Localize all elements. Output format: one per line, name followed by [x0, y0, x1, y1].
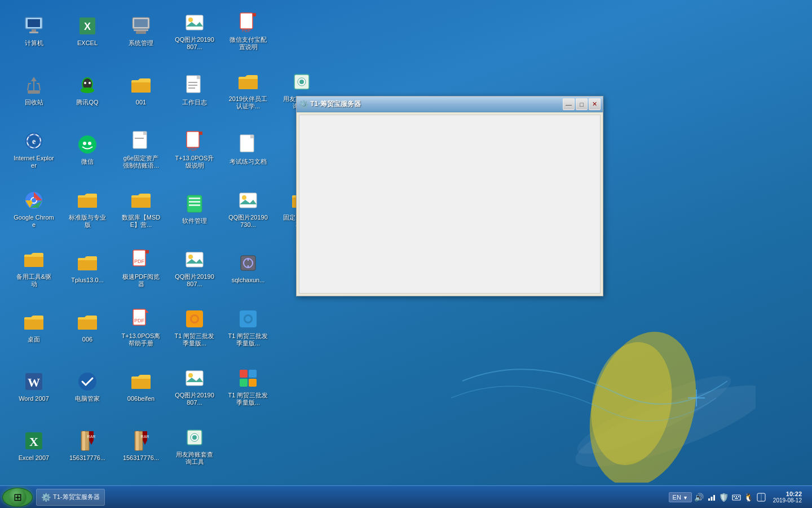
desktop-icon-excel2007[interactable]: X Excel 2007 [11, 421, 56, 471]
desktop-icon-label: QQ图片20190807... [174, 273, 215, 288]
svg-rect-55 [250, 135, 254, 138]
desktop-icon-partnercert[interactable]: 2019伙伴员工认证学... [226, 65, 271, 116]
desktop-icon-qqimg2[interactable]: QQ图片20190730... [226, 183, 271, 234]
settings-icon [130, 15, 152, 37]
taskbar-item-t1[interactable]: ⚙️ T1-筹贸宝服务器 [36, 489, 105, 506]
desktop-icon-examdoc[interactable]: 考试练习文档 [226, 124, 271, 175]
desktop-icon-label: QQ图片20190807... [174, 36, 215, 51]
desktop-icon-winrar2[interactable]: RAR 156317776... [118, 421, 164, 471]
desktop-icon-pdfcompressor[interactable]: PDF 极速PDF阅览器 [118, 243, 164, 294]
desktop-icon-tplus130[interactable]: Tplus13.0... [65, 243, 110, 294]
desktop-icon-computer[interactable]: 计算机 [11, 6, 56, 56]
svg-rect-49 [187, 132, 199, 147]
svg-rect-111 [736, 496, 737, 497]
tray-icon-keyboard[interactable] [731, 492, 742, 502]
desktop-icon-wechatpay[interactable]: PDF 微信支付宝配置说明 [226, 6, 271, 56]
svg-rect-16 [136, 31, 146, 34]
folder-icon [130, 189, 152, 212]
desktop-icon-excel[interactable]: X EXCEL [65, 6, 110, 56]
desktop-icon-softwaremgr[interactable]: 软件管理 [172, 183, 217, 234]
tray-icon-speaker[interactable]: 🔊 [694, 492, 704, 502]
tray-icon-shield[interactable]: 🛡️ [719, 492, 729, 502]
desktop-icon-label: 软件管理 [182, 217, 207, 225]
desktop-icon-t1batch3[interactable]: T1 闸贸三批发季量版... [226, 361, 271, 412]
folder-icon [76, 311, 99, 334]
desktop-icon-ie[interactable]: e Internet Explorer [11, 124, 56, 175]
desktop-icon-stdpro[interactable]: 标准版与专业版 [65, 183, 110, 234]
desktop-icon-sqlchaxun[interactable]: sqlchaxun... [226, 243, 271, 294]
image-icon [183, 367, 206, 389]
tray-icon-notification[interactable] [756, 492, 766, 502]
svg-text:RAR: RAR [141, 435, 149, 439]
desktop-icon-t1batch2[interactable]: T1 闸贸三批发季量版... [226, 302, 271, 353]
desktop-icon-t130poshelp[interactable]: PDF T+13.0POS离帮助手册 [118, 302, 164, 353]
desktop-icon-006[interactable]: 006 [65, 302, 110, 353]
start-button[interactable]: ⊞ [2, 488, 33, 507]
desktop-icon-wechat[interactable]: 微信 [65, 124, 110, 175]
desktop-icon-youyou2[interactable]: 用友跨账套查询工具 [172, 421, 217, 471]
svg-rect-67 [145, 250, 149, 253]
desktop-icon-qq[interactable]: 腾讯QQ [65, 65, 110, 116]
desktop-icon-g6e[interactable]: g6e固定资产强制结账语... [118, 124, 164, 175]
svg-rect-48 [135, 138, 144, 139]
app-blue-icon [237, 308, 259, 330]
word-icon: W [23, 370, 45, 393]
desktop-icon-chrome[interactable]: Google Chrome [11, 183, 56, 234]
window-titlebar[interactable]: ⚙️ T1-筹贸宝服务器 — □ ✕ [297, 97, 603, 112]
tool-icon [183, 426, 206, 449]
tray-icon-qq[interactable]: 🐧 [744, 492, 754, 502]
svg-rect-34 [188, 87, 195, 89]
svg-rect-32 [188, 82, 197, 83]
desktop-icon-qqimg3[interactable]: QQ图片20190807... [172, 243, 217, 294]
desktop-icon-word2007[interactable]: W Word 2007 [11, 361, 56, 412]
start-orb-icon: ⊞ [8, 488, 27, 506]
system-clock[interactable]: 10:22 2019-08-12 [769, 491, 806, 503]
taskbar-items: ⚙️ T1-筹贸宝服务器 [36, 489, 665, 506]
desktop-icon-desktopfolder[interactable]: 桌面 [11, 302, 56, 353]
svg-rect-14 [134, 19, 148, 27]
desktop-icon-006beifen[interactable]: 006beifen [118, 361, 164, 412]
desktop-icon-label: 回收站 [25, 99, 43, 106]
tray-icon-network[interactable] [707, 492, 717, 502]
desktop-icon-pcmgr[interactable]: 电脑管家 [65, 361, 110, 412]
svg-text:PDF: PDF [134, 318, 145, 323]
close-button[interactable]: ✕ [589, 98, 601, 110]
svg-point-86 [78, 373, 96, 391]
desktop-icon-label: 工作日志 [182, 99, 207, 106]
svg-point-83 [245, 316, 251, 322]
ie-icon: e [23, 130, 45, 152]
desktop-icon-recycle[interactable]: 回收站 [11, 65, 56, 116]
desktop-icon-label: 156317776... [123, 454, 159, 462]
desktop-icon-label: T1 闸贸三批发季量版... [174, 332, 215, 347]
desktop-icon-workdiary[interactable]: 工作日志 [172, 65, 217, 116]
desktop-icon-winrar1[interactable]: RAR 156317776... [65, 421, 110, 471]
svg-rect-87 [186, 371, 203, 386]
desktop-icon-t13pos[interactable]: PDF T+13.0POS升级说明 [172, 124, 217, 175]
desktop-icon-sysmgr[interactable]: 系统管理 [118, 6, 164, 56]
desktop-icon-dbmsde[interactable]: 数据库【MSDE】营... [118, 183, 164, 234]
qq-icon [76, 74, 99, 97]
window-title-text: T1-筹贸宝服务器 [310, 99, 563, 109]
svg-rect-21 [253, 13, 256, 16]
desktop-icon-001[interactable]: 001 [118, 65, 164, 116]
pdf-icon: PDF [130, 248, 152, 271]
minimize-button[interactable]: — [563, 98, 575, 110]
taskbar-item-label: T1-筹贸宝服务器 [53, 493, 100, 501]
language-indicator[interactable]: EN ▼ [669, 492, 692, 502]
desktop-icon-qqimg4[interactable]: QQ图片20190807... [172, 361, 217, 412]
doc-icon [237, 133, 259, 156]
desktop-icon-empty4 [279, 302, 324, 353]
svg-point-58 [32, 198, 36, 203]
desktop-icon-label: 系统管理 [129, 40, 153, 47]
svg-point-42 [78, 135, 96, 154]
desktop-icon-label: 腾讯QQ [76, 99, 98, 106]
app-orange-icon [183, 308, 206, 330]
desktop-icon-qqimg1[interactable]: QQ图片20190807... [172, 6, 217, 56]
maximize-button[interactable]: □ [576, 98, 588, 110]
image-icon [237, 189, 259, 212]
image-icon [183, 11, 206, 34]
svg-rect-100 [136, 431, 139, 450]
desktop-icon-t1batch1[interactable]: T1 闸贸三批发季量版... [172, 302, 217, 353]
svg-rect-17 [186, 15, 203, 30]
desktop-icon-tools[interactable]: 备用工具&驱动 [11, 243, 56, 294]
